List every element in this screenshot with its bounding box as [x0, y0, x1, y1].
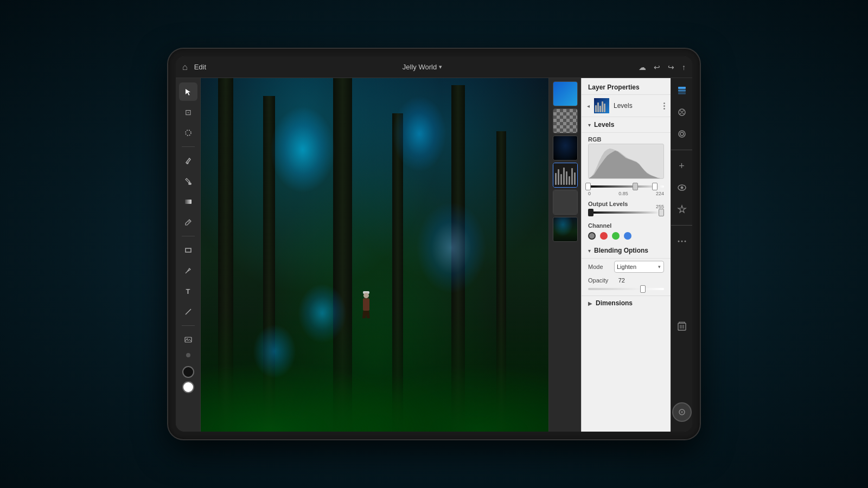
- export-icon[interactable]: ↑: [682, 63, 686, 72]
- brush-tool[interactable]: [179, 151, 197, 170]
- rgb-label: RGB: [582, 133, 671, 144]
- joystick-button[interactable]: [672, 402, 692, 422]
- edit-label[interactable]: Edit: [194, 63, 206, 71]
- pressure-dot: [186, 353, 190, 357]
- channel-green[interactable]: [612, 232, 620, 240]
- layer-thumb-4[interactable]: [553, 163, 578, 188]
- svg-rect-8: [678, 87, 686, 89]
- channel-red[interactable]: [600, 232, 608, 240]
- jellyfish-2: [392, 96, 446, 172]
- home-icon[interactable]: ⌂: [182, 62, 188, 72]
- blending-chevron-icon: ▾: [588, 248, 591, 254]
- panel-layer-thumb: [594, 98, 609, 113]
- background-color[interactable]: [182, 381, 194, 393]
- text-tool[interactable]: T: [179, 282, 197, 300]
- levels-black-handle[interactable]: [585, 183, 591, 190]
- channel-blue[interactable]: [624, 232, 631, 240]
- canvas-image: [201, 78, 548, 432]
- levels-section-label: Levels: [594, 121, 614, 129]
- select-tool[interactable]: [179, 82, 197, 101]
- crop-tool[interactable]: ⊡: [179, 103, 197, 121]
- opacity-label: Opacity: [588, 277, 610, 284]
- effects-panel-icon[interactable]: [674, 201, 690, 217]
- more-panel-icon[interactable]: [674, 233, 690, 249]
- mode-select-wrapper[interactable]: Lighten Normal Multiply Screen Overlay D…: [614, 261, 664, 273]
- input-levels-track[interactable]: [588, 185, 664, 188]
- layer-thumb-6[interactable]: [553, 217, 578, 242]
- cloud-icon[interactable]: ☁: [639, 63, 646, 72]
- tablet-screen: ⌂ Edit Jelly World ▾ ☁ ↩ ↪ ↑: [176, 56, 692, 432]
- undo-icon[interactable]: ↩: [654, 63, 660, 72]
- filters-panel-icon[interactable]: [674, 126, 690, 142]
- input-levels-slider[interactable]: 0 0.85 224: [588, 182, 664, 196]
- dimensions-header[interactable]: ▶ Dimensions: [588, 299, 664, 307]
- divider: [671, 150, 692, 150]
- person-legs: [362, 311, 370, 318]
- foreground-color[interactable]: [182, 366, 194, 378]
- divider-2: [671, 225, 692, 226]
- main-content: ⊡: [176, 78, 692, 432]
- jellyfish-1: [270, 106, 335, 193]
- layer-thumb-1[interactable]: [553, 81, 578, 106]
- tablet-frame: ⌂ Edit Jelly World ▾ ☁ ↩ ↪ ↑: [168, 49, 700, 439]
- histogram-container: [588, 144, 664, 179]
- adjustments-panel-icon[interactable]: [674, 104, 690, 120]
- mode-row: Mode Lighten Normal Multiply Screen Over…: [582, 259, 671, 275]
- blending-options-header[interactable]: ▾ Blending Options: [582, 243, 671, 259]
- blending-options-label: Blending Options: [594, 247, 648, 254]
- layer-thumb-3[interactable]: [553, 136, 578, 160]
- layers-panel: [548, 78, 581, 432]
- visibility-panel-icon[interactable]: [674, 179, 690, 196]
- lasso-tool[interactable]: [179, 124, 197, 142]
- svg-point-1: [187, 163, 188, 164]
- line-tool[interactable]: [179, 303, 197, 321]
- delete-panel-icon[interactable]: [674, 318, 690, 334]
- svg-point-15: [680, 187, 683, 189]
- layer-visibility-icon[interactable]: ◂: [587, 103, 590, 109]
- pen-tool[interactable]: [179, 261, 197, 280]
- svg-point-0: [186, 130, 191, 136]
- canvas-area[interactable]: [201, 78, 548, 432]
- rectangle-tool[interactable]: [179, 241, 197, 259]
- jellyfish-5: [253, 324, 296, 378]
- levels-white-handle[interactable]: [652, 183, 658, 190]
- opacity-slider[interactable]: [588, 286, 664, 292]
- layer-more-button[interactable]: [663, 102, 665, 110]
- add-panel-icon[interactable]: +: [674, 158, 690, 174]
- right-icons-strip: +: [671, 78, 692, 432]
- image-tool[interactable]: [179, 330, 197, 349]
- redo-icon[interactable]: ↪: [668, 63, 674, 72]
- opacity-value: 72: [614, 277, 625, 284]
- jellyfish-3: [416, 202, 487, 294]
- layer-thumb-5[interactable]: [553, 190, 578, 215]
- opacity-track[interactable]: [588, 288, 664, 290]
- svg-point-12: [679, 131, 685, 137]
- layer-thumb-2[interactable]: [553, 108, 578, 133]
- right-panel: Layer Properties ◂ Levels: [581, 78, 671, 432]
- mode-label: Mode: [588, 264, 610, 270]
- eyedropper-tool[interactable]: [179, 213, 197, 232]
- project-name[interactable]: Jelly World ▾: [403, 63, 442, 71]
- levels-min-value: 0: [588, 191, 591, 196]
- levels-mid-value: 0.85: [618, 191, 628, 196]
- channel-composite[interactable]: [588, 232, 596, 240]
- output-white-handle[interactable]: [659, 209, 664, 216]
- opacity-handle[interactable]: [640, 285, 646, 293]
- levels-mid-handle[interactable]: [633, 183, 638, 190]
- dimensions-section[interactable]: ▶ Dimensions: [582, 296, 671, 310]
- svg-rect-10: [678, 92, 686, 94]
- levels-section-header[interactable]: ▾ Levels: [582, 117, 671, 133]
- output-levels-slider[interactable]: 255: [588, 208, 664, 217]
- dimensions-label: Dimensions: [596, 299, 633, 307]
- person-body: [363, 298, 369, 311]
- person-head: [363, 293, 369, 298]
- histogram-svg: [589, 144, 663, 178]
- layers-icon[interactable]: [674, 82, 690, 99]
- levels-chevron-icon: ▾: [588, 122, 591, 128]
- output-levels-track[interactable]: 255: [588, 211, 664, 214]
- output-black-handle[interactable]: [588, 209, 593, 216]
- fill-tool[interactable]: [179, 172, 197, 190]
- gradient-tool[interactable]: [179, 192, 197, 211]
- mode-select[interactable]: Lighten Normal Multiply Screen Overlay D…: [614, 261, 664, 273]
- panel-layer-item[interactable]: ◂ Levels: [582, 95, 671, 117]
